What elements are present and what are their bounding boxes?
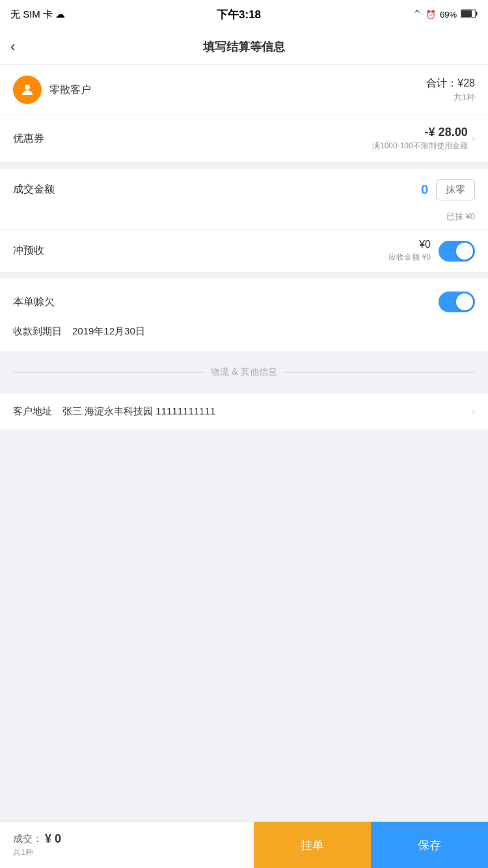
deal-right: 0 抹零 <box>421 179 475 200</box>
battery-text: 69% <box>440 10 457 20</box>
address-section: 客户地址 张三 海淀永丰科技园 11111111111 › <box>0 394 488 429</box>
deal-amount-value: 0 <box>421 182 428 197</box>
debt-toggle[interactable] <box>439 292 475 312</box>
logistics-divider-right <box>284 372 475 373</box>
due-date-row: 收款到期日 2019年12月30日 <box>0 325 488 351</box>
svg-point-3 <box>25 85 30 90</box>
address-chevron-icon: › <box>472 406 475 418</box>
coupon-desc: 满1000-100不限制使用金额 <box>372 141 468 152</box>
svg-rect-1 <box>461 10 472 17</box>
logistics-section: 物流 & 其他信息 <box>0 357 488 387</box>
address-value: 张三 海淀永丰科技园 11111111111 <box>62 405 472 418</box>
logistics-label: 物流 & 其他信息 <box>211 366 277 378</box>
bottom-deal-amount: ¥ 0 <box>45 832 61 846</box>
customer-card: 零散客户 合计：¥28 共1种 优惠券 -¥ 28.00 满1000-100不限… <box>0 65 488 162</box>
svg-rect-2 <box>476 12 477 16</box>
prepay-label: 冲预收 <box>13 244 44 258</box>
nav-bar: ‹ 填写结算等信息 <box>0 29 488 65</box>
prepay-receivable: 应收金额 ¥0 <box>388 252 431 263</box>
sim-status: 无 SIM 卡 ☁ <box>10 8 65 21</box>
prepay-right: ¥0 应收金额 ¥0 <box>388 239 475 263</box>
battery-icon <box>461 9 478 20</box>
coupon-right: -¥ 28.00 满1000-100不限制使用金额 › <box>372 126 475 152</box>
deal-amount-row: 成交金额 0 抹零 <box>0 169 488 211</box>
prepay-row: 冲预收 ¥0 应收金额 ¥0 <box>0 229 488 272</box>
back-button[interactable]: ‹ <box>10 38 15 55</box>
nav-title: 填写结算等信息 <box>203 39 285 55</box>
logistics-divider-left <box>13 372 204 373</box>
coupon-row[interactable]: 优惠券 -¥ 28.00 满1000-100不限制使用金额 › <box>0 115 488 162</box>
location-icon <box>413 9 422 20</box>
prepay-amount: ¥0 <box>388 239 431 251</box>
prepay-toggle[interactable] <box>439 241 475 262</box>
bottom-count: 共1种 <box>13 847 241 858</box>
amount-section: 成交金额 0 抹零 已抹 ¥0 冲预收 ¥0 应收金额 ¥0 <box>0 169 488 272</box>
customer-right: 合计：¥28 共1种 <box>426 77 475 103</box>
address-row[interactable]: 客户地址 张三 海淀永丰科技园 11111111111 › <box>0 394 488 429</box>
bottom-info: 成交： ¥ 0 共1种 <box>0 832 254 858</box>
debt-label: 本单赊欠 <box>13 295 55 309</box>
address-label: 客户地址 <box>13 405 52 418</box>
bottom-bar: 成交： ¥ 0 共1种 挂单 保存 <box>0 821 488 868</box>
coupon-label: 优惠券 <box>13 132 44 146</box>
coupon-chevron-icon: › <box>472 133 475 144</box>
content: 零散客户 合计：¥28 共1种 优惠券 -¥ 28.00 满1000-100不限… <box>0 65 488 488</box>
status-right: ⏰ 69% <box>413 9 478 20</box>
customer-row: 零散客户 合计：¥28 共1种 <box>0 65 488 115</box>
save-button[interactable]: 保存 <box>371 822 488 869</box>
bottom-deal-label: 成交： <box>13 833 42 845</box>
logistics-header: 物流 & 其他信息 <box>0 357 488 387</box>
coupon-discount: -¥ 28.00 <box>372 126 468 139</box>
customer-avatar <box>13 75 42 104</box>
bottom-deal: 成交： ¥ 0 <box>13 832 241 846</box>
debt-row: 本单赊欠 <box>0 278 488 325</box>
due-date-value: 2019年12月30日 <box>72 325 145 338</box>
status-bar: 无 SIM 卡 ☁ 下午3:18 ⏰ 69% <box>0 0 488 29</box>
alarm-icon: ⏰ <box>426 10 436 20</box>
customer-left: 零散客户 <box>13 75 91 104</box>
total-amount: 合计：¥28 <box>426 77 475 90</box>
total-count: 共1种 <box>426 92 475 103</box>
prepay-values: ¥0 应收金额 ¥0 <box>388 239 431 263</box>
customer-name: 零散客户 <box>49 83 91 97</box>
deal-sub-text: 已抹 ¥0 <box>0 211 488 229</box>
status-time: 下午3:18 <box>217 7 261 22</box>
debt-section: 本单赊欠 收款到期日 2019年12月30日 <box>0 278 488 351</box>
pending-button[interactable]: 挂单 <box>254 822 371 869</box>
deal-amount-label: 成交金额 <box>13 183 55 197</box>
round-off-button[interactable]: 抹零 <box>436 179 475 200</box>
status-left: 无 SIM 卡 ☁ <box>10 8 65 21</box>
due-date-label: 收款到期日 <box>13 325 62 338</box>
